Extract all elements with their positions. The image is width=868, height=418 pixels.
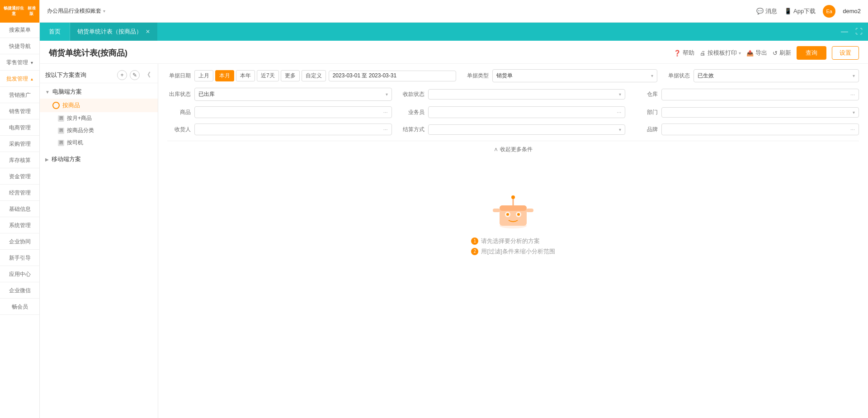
sidebar-item-finance[interactable]: 资金管理 (0, 168, 39, 185)
sidebar-item-inventory[interactable]: 库存核算 (0, 152, 39, 168)
tab-close-icon[interactable]: ✕ (146, 28, 150, 35)
sidebar-item-basic[interactable]: 基础信息 (0, 201, 39, 217)
sidebar-item-purchase[interactable]: 采购管理 (0, 136, 39, 152)
filter-field-doc-type: 单据类型 销货单 ▾ (465, 69, 658, 82)
recipient-input[interactable]: ··· (194, 124, 392, 135)
warehouse-input[interactable]: ··· (661, 89, 859, 100)
main-area: 办公用品行业模拟账套 ▾ 💬 消息 📱 App下载 Ea demo2 首页 销货… (40, 0, 868, 418)
salesman-input[interactable]: ··· (428, 106, 626, 118)
tab-maximize-icon[interactable]: ⛶ (854, 26, 864, 38)
svg-point-8 (511, 195, 515, 199)
settlement-label: 结算方式 (401, 126, 428, 133)
recipient-label: 收货人 (167, 126, 194, 133)
sidebar: 畅捷通好生意 标准版 搜索菜单 快捷导航 零售管理 ▾ 批发管理 ▴ 营销推广 … (0, 0, 40, 418)
doc-type-label: 单据类型 (465, 72, 492, 80)
sidebar-item-system[interactable]: 系统管理 (0, 217, 39, 233)
tab-bar-actions: — ⛶ (839, 23, 868, 41)
date-this-year-btn[interactable]: 本年 (236, 70, 255, 81)
filter-field-payment-status: 收款状态 ▾ (401, 89, 626, 100)
filter-row-1: 单据日期 上月 本月 本年 近7天 更多 自定义 (167, 69, 859, 82)
sidebar-item-ecommerce[interactable]: 电商管理 (0, 119, 39, 136)
scheme-group-desktop: ▼ 电脑端方案 按商品 囲 按月+商品 囲 按商品分类 (40, 83, 158, 151)
settlement-dropdown-icon: ▾ (619, 127, 621, 132)
help-action[interactable]: ❓ 帮助 (674, 49, 694, 57)
filter-row-3: 商品 ··· 业务员 ··· 部门 (167, 106, 859, 118)
sidebar-logo: 畅捷通好生意 标准版 (0, 0, 39, 23)
doc-status-label: 单据状态 (666, 72, 693, 80)
doc-type-input[interactable]: 销货单 ▾ (492, 69, 658, 82)
dept-label: 部门 (634, 109, 661, 116)
tab-bar: 首页 销货单统计表（按商品） ✕ — ⛶ (40, 23, 868, 41)
date-range-input[interactable] (329, 71, 456, 81)
date-last-month-btn[interactable]: 上月 (194, 70, 213, 81)
settings-button[interactable]: 设置 (832, 46, 859, 60)
tab-report[interactable]: 销货单统计表（按商品） ✕ (70, 23, 157, 41)
filter-field-warehouse: 仓库 ··· (634, 89, 859, 100)
product-dots-icon: ··· (383, 109, 388, 115)
date-more-btn[interactable]: 更多 (281, 70, 300, 81)
date-quick-buttons: 上月 本月 本年 近7天 更多 自定义 (194, 70, 326, 81)
empty-illustration (491, 185, 536, 230)
filter-field-out-status: 出库状态 已出库 ▾ (167, 88, 392, 101)
collapse-more-conditions[interactable]: ∧ 收起更多条件 (167, 141, 859, 158)
svg-rect-10 (526, 209, 533, 212)
user-avatar[interactable]: Ea (823, 5, 835, 18)
out-status-input[interactable]: 已出库 ▾ (194, 88, 392, 101)
svg-rect-9 (493, 209, 500, 212)
username-label[interactable]: demo2 (843, 8, 861, 14)
product-input[interactable]: ··· (194, 106, 392, 118)
scheme-item-by-category[interactable]: 囲 按商品分类 (40, 124, 158, 137)
header-messages[interactable]: 💬 消息 (756, 7, 777, 15)
date-custom-btn[interactable]: 自定义 (302, 70, 326, 81)
refresh-action[interactable]: ↺ 刷新 (773, 49, 791, 57)
doc-status-dropdown-icon: ▾ (853, 73, 855, 78)
scheme-item-by-driver[interactable]: 囲 按司机 (40, 137, 158, 149)
workspace-indicator[interactable]: 办公用品行业模拟账套 ▾ (47, 7, 105, 15)
date-last7-btn[interactable]: 近7天 (257, 70, 279, 81)
empty-state: 1 请先选择要分析的方案 2 用[过滤]条件来缩小分析范围 (167, 158, 859, 284)
product-label: 商品 (167, 109, 194, 116)
scheme-group-mobile-header[interactable]: ▶ 移动端方案 (40, 152, 158, 166)
warehouse-dots-icon: ··· (850, 91, 855, 98)
export-action[interactable]: 📤 导出 (746, 49, 767, 57)
scheme-group-desktop-header[interactable]: ▼ 电脑端方案 (40, 85, 158, 99)
payment-status-dropdown-icon: ▾ (619, 92, 621, 97)
workspace-chevron-icon: ▾ (103, 9, 105, 14)
date-label: 单据日期 (167, 72, 194, 80)
query-button[interactable]: 查询 (797, 46, 826, 60)
sidebar-item-wholesale[interactable]: 批发管理 ▴ (0, 71, 39, 87)
sidebar-item-retail[interactable]: 零售管理 ▾ (0, 54, 39, 71)
sidebar-item-member[interactable]: 畅会员 (0, 299, 39, 315)
scheme-item-by-product-month[interactable]: 囲 按月+商品 (40, 112, 158, 124)
settlement-input[interactable]: ▾ (428, 124, 626, 135)
sidebar-item-newbie[interactable]: 新手引导 (0, 250, 39, 266)
tab-minimize-icon[interactable]: — (839, 26, 850, 38)
filter-field-recipient: 收货人 ··· (167, 124, 392, 135)
date-this-month-btn[interactable]: 本月 (215, 70, 234, 81)
scheme-panel: 按以下方案查询 + ✎ 《 ▼ 电脑端方案 (40, 64, 158, 418)
page-title: 销货单统计表(按商品) (49, 48, 127, 58)
scheme-item-by-product[interactable]: 按商品 (40, 99, 158, 112)
brand-dots-icon: ··· (850, 126, 855, 133)
svg-point-5 (506, 213, 509, 216)
scheme-edit-button[interactable]: ✎ (130, 70, 140, 80)
scheme-collapse-button[interactable]: 《 (142, 70, 152, 80)
sidebar-item-corpwechat[interactable]: 企业微信 (0, 282, 39, 299)
dept-input[interactable]: ▾ (661, 107, 859, 118)
doc-status-input[interactable]: 已生效 ▾ (693, 69, 859, 82)
sidebar-item-enterprise[interactable]: 企业协同 (0, 233, 39, 250)
payment-status-input[interactable]: ▾ (428, 89, 626, 100)
tab-home[interactable]: 首页 (40, 23, 70, 41)
print-action[interactable]: 🖨 按模板打印 ▾ (700, 49, 741, 57)
sidebar-item-appstore[interactable]: 应用中心 (0, 266, 39, 282)
sidebar-item-marketing[interactable]: 营销推广 (0, 87, 39, 103)
sidebar-item-quick-nav[interactable]: 快捷导航 (0, 38, 39, 54)
scheme-add-button[interactable]: + (117, 70, 127, 80)
header-app-download[interactable]: 📱 App下载 (784, 7, 816, 15)
sidebar-item-operations[interactable]: 经营管理 (0, 185, 39, 201)
brand-input[interactable]: ··· (661, 124, 859, 135)
sidebar-item-sales[interactable]: 销售管理 (0, 103, 39, 119)
export-icon: 📤 (746, 50, 754, 57)
sidebar-search[interactable]: 搜索菜单 (0, 23, 39, 38)
top-header: 办公用品行业模拟账套 ▾ 💬 消息 📱 App下载 Ea demo2 (40, 0, 868, 23)
